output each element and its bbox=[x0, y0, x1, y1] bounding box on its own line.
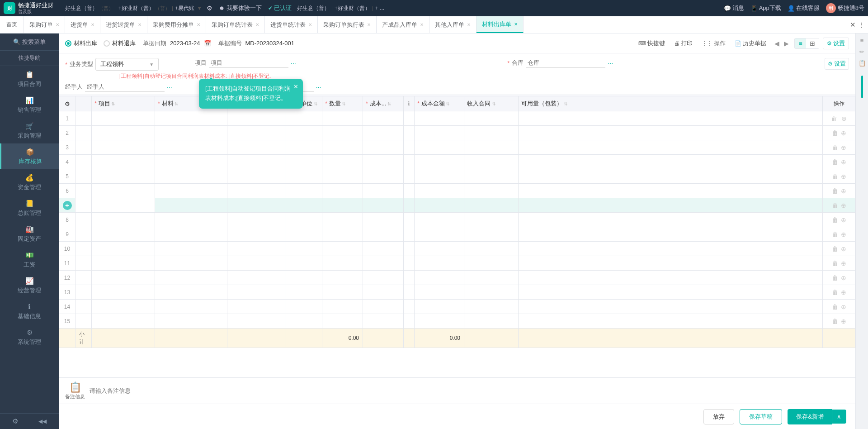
copy-row-btn[interactable]: ⊕ bbox=[841, 115, 847, 122]
sidebar-item-finance[interactable]: 💰 资金管理 bbox=[0, 169, 59, 195]
nav-link-haoyecai[interactable]: +好业财（普） bbox=[118, 5, 154, 12]
right-mini-btn-1[interactable]: ≡ bbox=[860, 37, 864, 44]
delete-row-btn[interactable]: 🗑 bbox=[832, 187, 838, 195]
tab-close-stat1[interactable]: ✕ bbox=[255, 22, 259, 27]
history-btn[interactable]: 📄 历史单据 bbox=[732, 38, 769, 49]
settings-btn[interactable]: ⚙ 设置 bbox=[823, 38, 849, 49]
quick-nav-btn[interactable]: 快捷导航 bbox=[0, 51, 59, 66]
biz-type-input[interactable]: 工程领料 ▼ bbox=[95, 58, 159, 71]
more-tabs-btn[interactable]: ⋮ bbox=[859, 21, 864, 28]
save-new-main-btn[interactable]: 保存&新增 bbox=[788, 409, 832, 424]
copy-row-btn[interactable]: ⊕ bbox=[841, 245, 846, 253]
sidebar-item-project[interactable]: 📋 项目合同 bbox=[0, 66, 59, 92]
sidebar-item-payroll[interactable]: 💵 工资 bbox=[0, 247, 59, 272]
tab-stat1[interactable]: 采购订单统计表✕ bbox=[206, 16, 265, 33]
tab-material-out[interactable]: 材料出库单✕ bbox=[476, 16, 524, 33]
tab-other-in[interactable]: 其他入库单✕ bbox=[429, 16, 476, 33]
remark-input[interactable] bbox=[90, 386, 849, 396]
copy-row-btn[interactable]: ⊕ bbox=[841, 173, 846, 180]
operation-btn[interactable]: ⋮⋮ 操作 bbox=[699, 38, 728, 49]
add-row-btn[interactable]: + bbox=[63, 201, 72, 210]
tab-purchase-in[interactable]: 进货单✕ bbox=[65, 16, 100, 33]
tab-return[interactable]: 进货退货单✕ bbox=[100, 16, 147, 33]
delete-row-btn[interactable]: 🗑 bbox=[832, 216, 838, 224]
shortcut-btn[interactable]: ⌨ 快捷键 bbox=[636, 38, 668, 49]
tab-fee[interactable]: 采购费用分摊单✕ bbox=[147, 16, 206, 33]
detail-view-btn[interactable]: ⊞ bbox=[806, 38, 819, 48]
delete-row-btn[interactable]: 🗑 bbox=[832, 158, 838, 166]
nav-next-btn[interactable]: ▶ bbox=[782, 39, 791, 48]
project-input[interactable] bbox=[209, 58, 288, 68]
tab-close-return[interactable]: ✕ bbox=[138, 22, 142, 27]
radio-material-return[interactable]: 材料退库 bbox=[104, 39, 136, 48]
trial-link[interactable]: ☻ 我要体验一下 bbox=[219, 4, 262, 12]
copy-row-btn[interactable]: ⊕ bbox=[841, 187, 846, 195]
nav-link-yidaizhang[interactable]: +易代账 bbox=[175, 5, 194, 12]
tab-close-product[interactable]: ✕ bbox=[420, 22, 424, 27]
delete-row-btn[interactable]: 🗑 bbox=[832, 318, 838, 325]
form-settings-btn[interactable]: ⚙ 设置 bbox=[825, 58, 849, 70]
save-new-arrow-btn[interactable]: ∧ bbox=[832, 410, 846, 424]
tab-purchase-order[interactable]: 采购订单✕ bbox=[24, 16, 65, 33]
message-btn[interactable]: 💬 消息 bbox=[724, 4, 744, 12]
certified-badge[interactable]: ✔ 已认证 bbox=[268, 4, 292, 12]
warehouse-dots-btn[interactable]: ··· bbox=[608, 59, 613, 67]
tab-stat2[interactable]: 进货单统计表✕ bbox=[265, 16, 318, 33]
save-draft-btn[interactable]: 保存草稿 bbox=[740, 409, 782, 424]
online-service-btn[interactable]: 👤 在线客服 bbox=[788, 4, 820, 12]
tooltip-close-btn[interactable]: ✕ bbox=[293, 82, 298, 92]
delete-row-btn[interactable]: 🗑 bbox=[832, 231, 838, 238]
nav-right-haoyecai[interactable]: +好业财（普） bbox=[335, 5, 370, 12]
warehouse-input[interactable] bbox=[526, 58, 605, 68]
handler-input[interactable] bbox=[85, 82, 165, 92]
copy-row-btn[interactable]: ⊕ bbox=[841, 129, 846, 137]
tab-close-in[interactable]: ✕ bbox=[91, 22, 94, 27]
delete-row-btn[interactable]: 🗑 bbox=[832, 144, 838, 151]
delete-row-btn[interactable]: 🗑 bbox=[832, 274, 838, 281]
app-download-btn[interactable]: 📱 App下载 bbox=[750, 4, 781, 12]
tab-home[interactable]: 首页 bbox=[0, 16, 24, 33]
radio-material-out[interactable]: 材料出库 bbox=[65, 39, 97, 48]
tab-close-stat2[interactable]: ✕ bbox=[308, 22, 312, 27]
right-mini-btn-2[interactable]: ✏ bbox=[859, 48, 864, 55]
tab-close-material-out[interactable]: ✕ bbox=[514, 22, 518, 27]
copy-row-btn[interactable]: ⊕ bbox=[841, 260, 846, 267]
tab-exec[interactable]: 采购订单执行表✕ bbox=[318, 16, 377, 33]
print-btn[interactable]: 🖨 打印 bbox=[671, 38, 695, 49]
delete-row-btn[interactable]: 🗑 bbox=[832, 260, 838, 267]
sidebar-collapse-btn[interactable]: ◀◀ bbox=[38, 418, 47, 424]
tab-close-purchase[interactable]: ✕ bbox=[56, 22, 59, 27]
copy-row-btn[interactable]: ⊕ bbox=[841, 216, 846, 224]
copy-row-btn[interactable]: ⊕ bbox=[841, 303, 846, 310]
copy-row-btn[interactable]: ⊕ bbox=[841, 289, 846, 296]
delete-row-btn[interactable]: 🗑 bbox=[832, 129, 838, 137]
delete-row-btn[interactable]: 🗑 bbox=[832, 202, 838, 209]
sidebar-item-sales[interactable]: 📊 销售管理 bbox=[0, 92, 59, 118]
copy-row-btn[interactable]: ⊕ bbox=[841, 231, 846, 238]
sidebar-item-fixed-assets[interactable]: 🏭 固定资产 bbox=[0, 221, 59, 247]
sidebar-item-ledger[interactable]: 📒 总账管理 bbox=[0, 195, 59, 221]
copy-row-btn[interactable]: ⊕ bbox=[841, 202, 846, 209]
tab-product-in[interactable]: 产成品入库单✕ bbox=[377, 16, 429, 33]
income-contract-dots-btn[interactable]: ··· bbox=[316, 83, 321, 91]
user-avatar[interactable]: 用 畅捷通8号 bbox=[826, 3, 864, 13]
right-mini-btn-3[interactable]: 📋 bbox=[859, 60, 866, 67]
delete-row-btn[interactable]: 🗑 bbox=[831, 115, 837, 122]
nav-link-haoshengyi[interactable]: 好生意（普） bbox=[65, 5, 98, 12]
handler-dots-btn[interactable]: ··· bbox=[167, 83, 172, 91]
tab-close-exec[interactable]: ✕ bbox=[367, 22, 371, 27]
sidebar-item-purchase[interactable]: 🛒 采购管理 bbox=[0, 118, 59, 143]
copy-row-btn[interactable]: ⊕ bbox=[841, 274, 846, 281]
discard-btn[interactable]: 放弃 bbox=[703, 409, 734, 424]
nav-right-more[interactable]: + ... bbox=[375, 5, 384, 11]
copy-row-btn[interactable]: ⊕ bbox=[841, 144, 846, 151]
sidebar-item-system[interactable]: ⚙ 系统管理 bbox=[0, 324, 59, 350]
delete-row-btn[interactable]: 🗑 bbox=[832, 303, 838, 310]
tab-close-fee[interactable]: ✕ bbox=[197, 22, 200, 27]
sidebar-item-inventory[interactable]: 📦 库存核算 bbox=[0, 143, 59, 169]
copy-row-btn[interactable]: ⊕ bbox=[841, 158, 846, 166]
nav-right-haoshengyi[interactable]: 好生意（普） bbox=[297, 5, 330, 12]
close-tab-btn[interactable]: ✕ bbox=[850, 21, 856, 29]
delete-row-btn[interactable]: 🗑 bbox=[832, 245, 838, 253]
list-view-btn[interactable]: ≡ bbox=[795, 38, 806, 48]
